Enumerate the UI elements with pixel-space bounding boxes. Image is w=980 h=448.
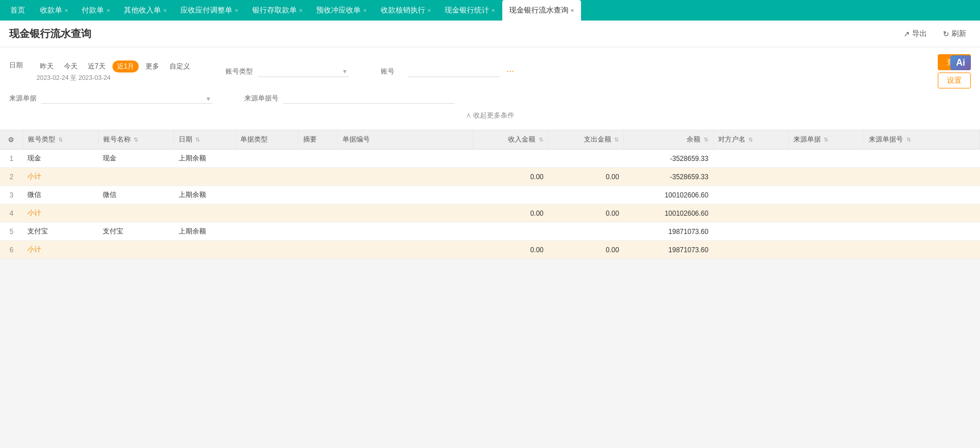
nav-home[interactable]: 首页	[2, 5, 33, 15]
nav-tab-6[interactable]: 收款核销执行 ×	[374, 0, 438, 21]
col-source-doc-no[interactable]: 来源单据号 ⇅	[864, 130, 980, 150]
date-btn-1month[interactable]: 近1月	[112, 60, 139, 72]
source-doc-no-filter: 来源单据号	[244, 93, 454, 104]
source-doc-filter: 来源单据 ▾	[9, 93, 212, 104]
source-doc-label: 来源单据	[9, 94, 37, 103]
refresh-icon: ↻	[943, 30, 949, 38]
sort-icon-source-doc-no: ⇅	[906, 136, 911, 143]
header-actions: ↗ 导出 ↻ 刷新	[899, 26, 971, 41]
sort-icon-date: ⇅	[195, 136, 200, 143]
export-button[interactable]: ↗ 导出	[899, 26, 931, 41]
filter-row-2: 来源单据 ▾ 来源单据号	[9, 93, 971, 104]
col-doc-no[interactable]: 单据编号	[338, 130, 473, 150]
account-type-label: 账号类型	[225, 67, 253, 76]
col-doc-type[interactable]: 单据类型	[236, 130, 299, 150]
account-input[interactable]	[408, 66, 499, 77]
page-header: 现金银行流水查询 ↗ 导出 ↻ 刷新	[0, 21, 980, 47]
table-row: 4小计0.000.00100102606.60	[0, 204, 980, 223]
sort-icon-account-name: ⇅	[134, 136, 138, 143]
table-row: 6小计0.000.0019871073.60	[0, 241, 980, 259]
settings-icon: ⚙	[8, 136, 14, 144]
col-settings[interactable]: ⚙	[0, 130, 23, 150]
sort-icon-counterparty: ⇅	[748, 136, 753, 143]
nav-close-6[interactable]: ×	[428, 7, 431, 14]
nav-close-7[interactable]: ×	[491, 7, 495, 14]
nav-close-4[interactable]: ×	[299, 7, 303, 14]
table-row: 5支付宝支付宝上期余额19871073.60	[0, 223, 980, 241]
nav-close-5[interactable]: ×	[363, 7, 366, 14]
account-type-select[interactable]	[257, 66, 349, 77]
col-source-doc[interactable]: 来源单据 ⇅	[788, 130, 864, 150]
col-counterparty[interactable]: 对方户名 ⇅	[713, 130, 788, 150]
nav-tab-7[interactable]: 现金银行统计 ×	[438, 0, 502, 21]
account-filter: 账号 ···	[381, 66, 516, 77]
nav-close-0[interactable]: ×	[64, 7, 68, 14]
collapse-bar[interactable]: ∧ 收起更多条件	[9, 108, 971, 123]
date-buttons: 昨天 今天 近7天 近1月 更多 自定义	[37, 60, 193, 72]
col-balance[interactable]: 余额 ⇅	[624, 130, 713, 150]
date-filter: 日期 昨天 今天 近7天 近1月 更多 自定义 2023-02-24 至 202…	[9, 60, 193, 82]
nav-tab-4[interactable]: 银行存取款单 ×	[245, 0, 309, 21]
sort-icon-source-doc: ⇅	[824, 136, 828, 143]
nav-tab-2[interactable]: 其他收入单 ×	[117, 0, 174, 21]
account-type-select-wrap: ▾	[257, 66, 349, 77]
source-doc-no-label: 来源单据号	[244, 94, 279, 103]
header-row: ⚙ 账号类型 ⇅ 账号名称 ⇅ 日期 ⇅ 单据类型 摘要	[0, 130, 980, 150]
source-doc-select-wrap: ▾	[41, 93, 212, 104]
nav-tab-3[interactable]: 应收应付调整单 ×	[174, 0, 245, 21]
col-income[interactable]: 收入金额 ⇅	[473, 130, 548, 150]
filter-area: 日期 昨天 今天 近7天 近1月 更多 自定义 2023-02-24 至 202…	[0, 47, 980, 130]
chevron-up-icon: ∧	[466, 111, 471, 119]
nav-tab-8[interactable]: 现金银行流水查询 ×	[502, 0, 581, 21]
nav-close-8[interactable]: ×	[571, 7, 574, 14]
account-label: 账号	[381, 67, 404, 76]
date-label: 日期	[9, 60, 32, 70]
table-header: ⚙ 账号类型 ⇅ 账号名称 ⇅ 日期 ⇅ 单据类型 摘要	[0, 130, 980, 150]
table-row: 1现金现金上期余额-3528659.33	[0, 150, 980, 168]
date-btn-7days[interactable]: 近7天	[84, 60, 109, 72]
nav-tab-0[interactable]: 收款单 ×	[33, 0, 75, 21]
nav-close-2[interactable]: ×	[163, 7, 167, 14]
table-row: 2小计0.000.00-3528659.33	[0, 168, 980, 186]
col-expense[interactable]: 支出金额 ⇅	[548, 130, 623, 150]
top-nav: 首页 收款单 × 付款单 × 其他收入单 × 应收应付调整单 × 银行存取款单 …	[0, 0, 980, 21]
refresh-button[interactable]: ↻ 刷新	[938, 26, 971, 41]
nav-tab-5[interactable]: 预收冲应收单 ×	[309, 0, 373, 21]
settings-button[interactable]: 设置	[938, 72, 971, 88]
sort-icon-account-type: ⇅	[58, 136, 63, 143]
date-btn-today[interactable]: 今天	[61, 60, 81, 72]
source-doc-select[interactable]	[41, 93, 212, 104]
sort-icon-balance: ⇅	[704, 136, 708, 143]
col-date[interactable]: 日期 ⇅	[174, 130, 236, 150]
nav-close-3[interactable]: ×	[235, 7, 238, 14]
dots-button[interactable]: ···	[504, 66, 516, 76]
date-range: 2023-02-24 至 2023-03-24	[37, 74, 193, 82]
col-account-name[interactable]: 账号名称 ⇅	[98, 130, 174, 150]
export-icon: ↗	[904, 30, 910, 38]
data-table: ⚙ 账号类型 ⇅ 账号名称 ⇅ 日期 ⇅ 单据类型 摘要	[0, 130, 980, 259]
col-account-type[interactable]: 账号类型 ⇅	[23, 130, 98, 150]
account-type-filter: 账号类型 ▾	[225, 66, 349, 77]
date-btn-yesterday[interactable]: 昨天	[37, 60, 57, 72]
col-summary[interactable]: 摘要	[298, 130, 337, 150]
table-row: 3微信微信上期余额100102606.60	[0, 186, 980, 204]
ai-badge[interactable]: Ai	[950, 55, 971, 70]
sort-icon-income: ⇅	[539, 136, 543, 143]
source-doc-no-input[interactable]	[283, 93, 454, 104]
table-container: ⚙ 账号类型 ⇅ 账号名称 ⇅ 日期 ⇅ 单据类型 摘要	[0, 130, 980, 259]
nav-tab-1[interactable]: 付款单 ×	[75, 0, 116, 21]
date-options: 昨天 今天 近7天 近1月 更多 自定义 2023-02-24 至 2023-0…	[37, 60, 193, 82]
sort-icon-expense: ⇅	[614, 136, 619, 143]
date-btn-custom[interactable]: 自定义	[166, 60, 193, 72]
nav-close-1[interactable]: ×	[106, 7, 110, 14]
page-title: 现金银行流水查询	[9, 27, 91, 41]
table-body: 1现金现金上期余额-3528659.332小计0.000.00-3528659.…	[0, 150, 980, 259]
filter-row-1: 日期 昨天 今天 近7天 近1月 更多 自定义 2023-02-24 至 202…	[9, 54, 971, 88]
date-btn-more[interactable]: 更多	[142, 60, 163, 72]
